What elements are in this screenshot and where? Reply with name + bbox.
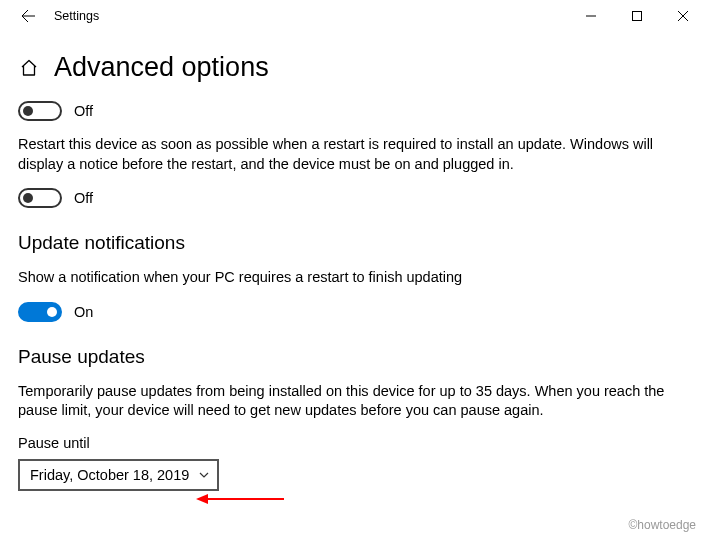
home-icon-svg bbox=[19, 58, 39, 78]
toggle-2[interactable] bbox=[18, 188, 62, 208]
window-controls bbox=[568, 0, 706, 32]
maximize-button[interactable] bbox=[614, 0, 660, 32]
update-notifications-body: Show a notification when your PC require… bbox=[18, 268, 688, 288]
svg-marker-5 bbox=[196, 494, 208, 504]
toggle-1[interactable] bbox=[18, 101, 62, 121]
minimize-button[interactable] bbox=[568, 0, 614, 32]
toggle-row-3: On bbox=[18, 302, 688, 322]
toggle-knob bbox=[23, 106, 33, 116]
watermark: ©howtoedge bbox=[628, 518, 696, 532]
toggle-1-label: Off bbox=[74, 103, 93, 119]
toggle-row-2: Off bbox=[18, 188, 688, 208]
svg-rect-1 bbox=[633, 12, 642, 21]
toggle-3-label: On bbox=[74, 304, 93, 320]
app-title: Settings bbox=[54, 9, 99, 23]
pause-until-dropdown[interactable]: Friday, October 18, 2019 bbox=[18, 459, 219, 491]
toggle-knob bbox=[47, 307, 57, 317]
restart-description: Restart this device as soon as possible … bbox=[18, 135, 688, 174]
pause-updates-body: Temporarily pause updates from being ins… bbox=[18, 382, 688, 421]
chevron-down-icon bbox=[199, 469, 209, 480]
content-area: Advanced options Off Restart this device… bbox=[0, 32, 706, 491]
back-arrow-icon bbox=[20, 8, 36, 24]
page-header: Advanced options bbox=[18, 52, 688, 83]
toggle-2-label: Off bbox=[74, 190, 93, 206]
back-button[interactable] bbox=[8, 0, 48, 32]
pause-until-label: Pause until bbox=[18, 435, 688, 451]
close-icon bbox=[678, 11, 688, 21]
minimize-icon bbox=[586, 11, 596, 21]
toggle-row-1: Off bbox=[18, 101, 688, 121]
annotation-arrow bbox=[196, 493, 286, 505]
page-title: Advanced options bbox=[54, 52, 269, 83]
close-button[interactable] bbox=[660, 0, 706, 32]
toggle-knob bbox=[23, 193, 33, 203]
maximize-icon bbox=[632, 11, 642, 21]
pause-updates-heading: Pause updates bbox=[18, 346, 688, 368]
home-icon[interactable] bbox=[18, 57, 40, 79]
title-bar: Settings bbox=[0, 0, 706, 32]
pause-until-value: Friday, October 18, 2019 bbox=[30, 467, 189, 483]
update-notifications-heading: Update notifications bbox=[18, 232, 688, 254]
toggle-3[interactable] bbox=[18, 302, 62, 322]
